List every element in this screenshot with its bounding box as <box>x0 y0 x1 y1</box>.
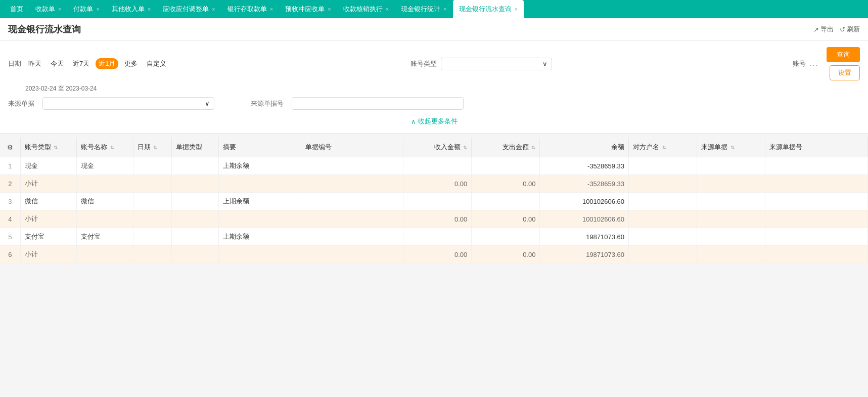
account-name-cell: 微信 <box>77 193 133 210</box>
date-option-7days[interactable]: 近7天 <box>70 58 93 69</box>
nav-bank-flow-label: 现金银行流水查询 <box>459 0 512 18</box>
filter-row-1: 日期 昨天 今天 近7天 近1月 更多 自定义 账号类型 ∨ 账号 ... <box>8 47 860 80</box>
balance-cell: 19871073.60 <box>540 228 629 246</box>
date-option-custom[interactable]: 自定义 <box>144 58 169 69</box>
doc-type-cell <box>172 228 219 246</box>
date-options: 昨天 今天 近7天 近1月 更多 自定义 <box>25 58 169 69</box>
nav-prepayment[interactable]: 预收冲应收单 × <box>279 0 337 18</box>
nav-payment-close[interactable]: × <box>96 0 99 18</box>
date-option-yesterday[interactable]: 昨天 <box>25 58 44 69</box>
table-row: 4小计0.000.00100102606.60 <box>0 210 868 228</box>
source-doc-select[interactable]: ∨ <box>42 97 214 110</box>
account-name-cell <box>77 175 133 193</box>
th-income[interactable]: 收入金额 ⇅ <box>403 138 472 157</box>
source-doc-num-cell <box>765 228 868 246</box>
source-doc-label: 来源单据 <box>8 99 34 108</box>
sort-counterpart-icon: ⇅ <box>662 145 666 150</box>
nav-bank-flow[interactable]: 现金银行流水查询 × <box>453 0 524 18</box>
th-source-doc[interactable]: 来源单据 ⇅ <box>697 138 765 157</box>
sort-expense-icon: ⇅ <box>531 145 535 150</box>
expense-cell: 0.00 <box>472 246 540 263</box>
account-dots-button[interactable]: ... <box>810 60 818 68</box>
date-cell <box>133 228 172 246</box>
th-source-doc-num-label: 来源单据号 <box>769 143 802 151</box>
nav-bank-deposit[interactable]: 银行存取款单 × <box>221 0 279 18</box>
settings-button[interactable]: 设置 <box>830 65 860 80</box>
nav-payment-label: 付款单 <box>73 0 93 18</box>
export-button[interactable]: ↗ 导出 <box>813 25 834 34</box>
nav-bank-stats[interactable]: 现金银行统计 × <box>395 0 452 18</box>
nav-payment[interactable]: 付款单 × <box>67 0 105 18</box>
summary-cell: 上期余额 <box>219 228 301 246</box>
th-account-type[interactable]: 账号类型 ⇅ <box>20 138 77 157</box>
account-type-label: 账号类型 <box>410 59 437 68</box>
nav-bank-stats-close[interactable]: × <box>443 0 446 18</box>
counterpart-cell <box>629 246 697 263</box>
balance-cell: -3528659.33 <box>540 157 629 175</box>
nav-writeoff-close[interactable]: × <box>386 0 389 18</box>
table-body: 1现金现金上期余额-3528659.332小计0.000.00-3528659.… <box>0 157 868 263</box>
th-balance-label: 余额 <box>611 143 624 151</box>
nav-prepayment-label: 预收冲应收单 <box>285 0 325 18</box>
th-summary-label: 摘要 <box>223 143 236 151</box>
collapse-button[interactable]: ∧ 收起更多条件 <box>8 114 860 127</box>
nav-bank-deposit-label: 银行存取款单 <box>227 0 267 18</box>
income-cell <box>403 228 472 246</box>
date-filter: 日期 昨天 今天 近7天 近1月 更多 自定义 <box>8 58 169 69</box>
th-source-doc-label: 来源单据 <box>701 143 727 151</box>
nav-receipt-close[interactable]: × <box>58 0 61 18</box>
th-expense[interactable]: 支出金额 ⇅ <box>472 138 540 157</box>
nav-prepayment-close[interactable]: × <box>328 0 331 18</box>
account-type-select[interactable]: ∨ <box>441 58 552 70</box>
date-option-1month[interactable]: 近1月 <box>96 58 118 69</box>
gear-icon[interactable]: ⚙ <box>7 144 13 151</box>
refresh-button[interactable]: ↺ 刷新 <box>840 25 860 34</box>
th-doc-type: 单据类型 <box>172 138 219 157</box>
th-counterpart-label: 对方户名 <box>633 143 659 151</box>
th-account-name[interactable]: 账号名称 ⇅ <box>77 138 133 157</box>
date-range-display: 2023-02-24 至 2023-03-24 <box>25 85 97 92</box>
action-buttons: 查询 设置 <box>827 47 860 80</box>
expense-cell: 0.00 <box>472 210 540 228</box>
th-counterpart[interactable]: 对方户名 ⇅ <box>629 138 697 157</box>
date-option-today[interactable]: 今天 <box>48 58 67 69</box>
source-doc-num-label: 来源单据号 <box>251 99 284 108</box>
balance-cell: 100102606.60 <box>540 193 629 210</box>
page-title: 现金银行流水查询 <box>8 23 81 35</box>
summary-cell <box>219 175 301 193</box>
row-number: 5 <box>0 228 20 246</box>
source-doc-num-input[interactable] <box>292 97 464 110</box>
th-summary: 摘要 <box>219 138 301 157</box>
source-doc-num-cell <box>765 210 868 228</box>
income-cell: 0.00 <box>403 175 472 193</box>
table-row: 5支付宝支付宝上期余额19871073.60 <box>0 228 868 246</box>
date-label: 日期 <box>8 59 21 68</box>
table-row: 6小计0.000.0019871073.60 <box>0 246 868 263</box>
chevron-down-icon: ∨ <box>542 60 547 68</box>
table-header-row: ⚙ 账号类型 ⇅ 账号名称 ⇅ 日期 ⇅ 单据类型 摘要 <box>0 138 868 157</box>
nav-bank-flow-close[interactable]: × <box>515 0 518 18</box>
collapse-up-icon: ∧ <box>411 118 416 125</box>
date-cell <box>133 175 172 193</box>
balance-cell: -3528659.33 <box>540 175 629 193</box>
nav-adjustment-close[interactable]: × <box>212 0 215 18</box>
th-date[interactable]: 日期 ⇅ <box>133 138 172 157</box>
doc-num-cell <box>301 157 403 175</box>
date-option-more[interactable]: 更多 <box>121 58 141 69</box>
collapse-label: 收起更多条件 <box>418 117 458 126</box>
row-number: 4 <box>0 210 20 228</box>
nav-bank-deposit-close[interactable]: × <box>270 0 273 18</box>
nav-writeoff[interactable]: 收款核销执行 × <box>337 0 395 18</box>
nav-home[interactable]: 首页 <box>4 0 29 18</box>
summary-cell: 上期余额 <box>219 157 301 175</box>
refresh-icon: ↺ <box>840 26 845 33</box>
nav-other-income[interactable]: 其他收入单 × <box>106 0 157 18</box>
th-settings[interactable]: ⚙ <box>0 138 20 157</box>
source-doc-cell <box>697 193 765 210</box>
source-doc-cell <box>697 175 765 193</box>
nav-receipt[interactable]: 收款单 × <box>29 0 67 18</box>
nav-other-income-close[interactable]: × <box>148 0 151 18</box>
nav-adjustment[interactable]: 应收应付调整单 × <box>157 0 221 18</box>
counterpart-cell <box>629 175 697 193</box>
query-button[interactable]: 查询 <box>827 47 860 62</box>
